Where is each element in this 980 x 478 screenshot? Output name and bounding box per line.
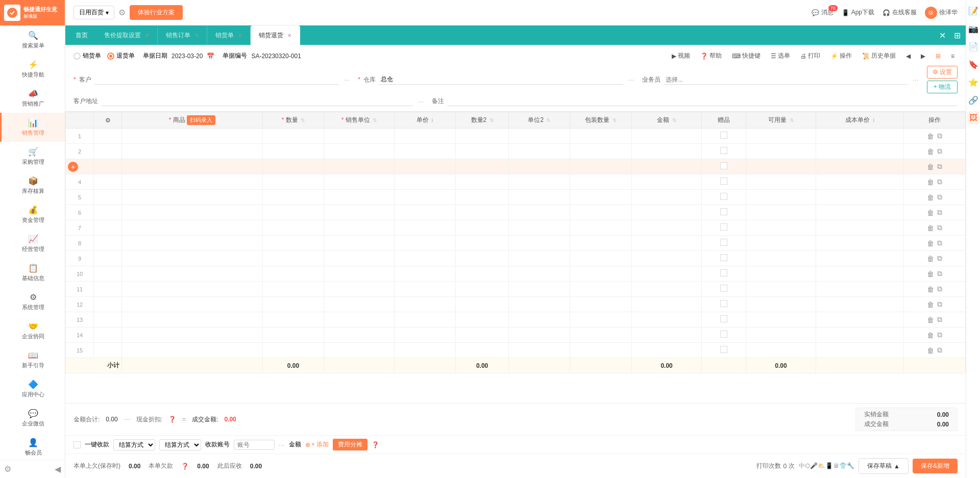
tab-sales-order[interactable]: 销售订单 ✕ xyxy=(158,26,207,45)
unit-cell[interactable] xyxy=(324,297,395,312)
delete-row-button[interactable]: 🗑 xyxy=(927,163,934,171)
pack-cell[interactable] xyxy=(570,251,632,266)
compute-method-select[interactable]: 结算方式 xyxy=(159,439,201,450)
delete-row-button[interactable]: 🗑 xyxy=(927,346,934,355)
fee-split-button[interactable]: 费用分摊 xyxy=(333,439,368,450)
pack-cell[interactable] xyxy=(570,236,632,251)
qty2-cell[interactable] xyxy=(456,297,508,312)
th-gear[interactable]: ⚙ xyxy=(94,112,122,129)
copy-row-button[interactable]: ⧉ xyxy=(937,162,942,171)
amount-cell[interactable] xyxy=(631,129,702,144)
copy-row-button[interactable]: ⧉ xyxy=(937,315,942,324)
scan-button[interactable]: 扫码录入 xyxy=(187,115,215,125)
unit2-cell[interactable] xyxy=(508,251,570,266)
gift-checkbox[interactable] xyxy=(720,269,727,276)
right-panel-bookmark-button[interactable]: 🔖 xyxy=(966,58,981,71)
tab-close-icon[interactable]: ✕ xyxy=(238,33,242,38)
sidebar-item-basic[interactable]: 📋 基础信息 xyxy=(0,258,65,287)
gift-checkbox[interactable] xyxy=(720,285,727,292)
copy-row-button[interactable]: ⧉ xyxy=(937,239,942,247)
tab-price-setting[interactable]: 售价提取设置 ✕ xyxy=(96,26,158,45)
qty2-cell[interactable] xyxy=(456,236,508,251)
unit-cell[interactable] xyxy=(324,328,395,343)
qty2-cell[interactable] xyxy=(456,174,508,190)
gift-checkbox[interactable] xyxy=(720,300,727,307)
delete-row-button[interactable]: 🗑 xyxy=(927,193,934,202)
product-cell[interactable] xyxy=(122,343,262,358)
price-cell[interactable] xyxy=(394,266,456,282)
gift-checkbox[interactable] xyxy=(720,178,727,185)
tab-close-icon[interactable]: ✕ xyxy=(145,33,149,38)
price-cell[interactable] xyxy=(394,159,456,174)
warehouse-input[interactable] xyxy=(379,75,623,85)
tab-close-all-button[interactable]: ✕ xyxy=(936,30,949,41)
qty2-cell[interactable] xyxy=(456,129,508,144)
calendar-icon[interactable]: 📅 xyxy=(207,53,214,60)
sidebar-item-inventory[interactable]: 📦 库存核算 xyxy=(0,171,65,200)
topbar-settings-button[interactable]: ⚙ xyxy=(118,8,126,17)
note-input[interactable] xyxy=(447,96,958,106)
user-item[interactable]: 徐 徐泽华 xyxy=(925,7,958,19)
amount-cell[interactable] xyxy=(631,343,702,358)
delete-row-button[interactable]: 🗑 xyxy=(927,147,934,156)
unit-cell[interactable] xyxy=(324,159,395,174)
help-button[interactable]: ❓ 帮助 xyxy=(697,50,725,62)
qty-cell[interactable] xyxy=(262,236,324,251)
tab-layout-button[interactable]: ⊞ xyxy=(951,30,964,41)
qty-cell[interactable] xyxy=(262,129,324,144)
price-cell[interactable] xyxy=(394,174,456,190)
price-cell[interactable] xyxy=(394,312,456,328)
product-cell[interactable] xyxy=(122,159,262,174)
unit-cell[interactable] xyxy=(324,190,395,205)
qty-cell[interactable] xyxy=(262,159,324,174)
delete-row-button[interactable]: 🗑 xyxy=(927,224,934,232)
qty-cell[interactable] xyxy=(262,205,324,220)
pack-cell[interactable] xyxy=(570,220,632,236)
sidebar-item-shortcut[interactable]: ⚡ 快捷导航 xyxy=(0,55,65,84)
price-cell[interactable] xyxy=(394,328,456,343)
unit2-cell[interactable] xyxy=(508,174,570,190)
message-item[interactable]: 💬 消息 70 xyxy=(812,8,834,17)
right-panel-image-button[interactable]: 🖼 xyxy=(967,111,979,124)
warehouse-dots-button[interactable]: ··· xyxy=(628,76,634,84)
product-cell[interactable] xyxy=(122,251,262,266)
product-cell[interactable] xyxy=(122,297,262,312)
tab-sales-return[interactable]: 销货退货 ✕ xyxy=(251,26,300,45)
qty2-cell[interactable] xyxy=(456,251,508,266)
qty-cell[interactable] xyxy=(262,282,324,297)
sidebar-item-operation[interactable]: 📈 经营管理 xyxy=(0,229,65,258)
tab-sales[interactable]: 销货单 ✕ xyxy=(207,26,251,45)
product-cell[interactable] xyxy=(122,220,262,236)
qty2-cell[interactable] xyxy=(456,266,508,282)
amount-cell[interactable] xyxy=(631,328,702,343)
unit2-cell[interactable] xyxy=(508,144,570,159)
pack-cell[interactable] xyxy=(570,144,632,159)
copy-row-button[interactable]: ⧉ xyxy=(937,331,942,339)
product-cell[interactable] xyxy=(122,282,262,297)
price-cell[interactable] xyxy=(394,236,456,251)
tab-close-icon[interactable]: ✕ xyxy=(194,33,199,38)
copy-row-button[interactable]: ⧉ xyxy=(937,208,942,217)
delete-row-button[interactable]: 🗑 xyxy=(927,285,934,293)
delete-row-button[interactable]: 🗑 xyxy=(927,209,934,217)
gift-checkbox[interactable] xyxy=(720,239,727,246)
amount-cell[interactable] xyxy=(631,297,702,312)
qty2-cell[interactable] xyxy=(456,312,508,328)
customer-dots-button[interactable]: ··· xyxy=(344,76,350,84)
product-cell[interactable] xyxy=(122,328,262,343)
price-cell[interactable] xyxy=(394,297,456,312)
unit-cell[interactable] xyxy=(324,205,395,220)
pack-cell[interactable] xyxy=(570,297,632,312)
price-cell[interactable] xyxy=(394,343,456,358)
pack-cell[interactable] xyxy=(570,266,632,282)
amount-cell[interactable] xyxy=(631,144,702,159)
sidebar-item-marketing[interactable]: 📣 营销推广 xyxy=(0,84,65,113)
gift-checkbox[interactable] xyxy=(720,208,727,215)
amount-cell[interactable] xyxy=(631,159,702,174)
qty2-cell[interactable] xyxy=(456,190,508,205)
price-cell[interactable] xyxy=(394,129,456,144)
logistics-button[interactable]: + 物流 xyxy=(927,81,958,93)
gift-checkbox[interactable] xyxy=(720,315,727,322)
sidebar-item-sales[interactable]: 📊 销售管理 xyxy=(0,113,65,142)
price-cell[interactable] xyxy=(394,144,456,159)
